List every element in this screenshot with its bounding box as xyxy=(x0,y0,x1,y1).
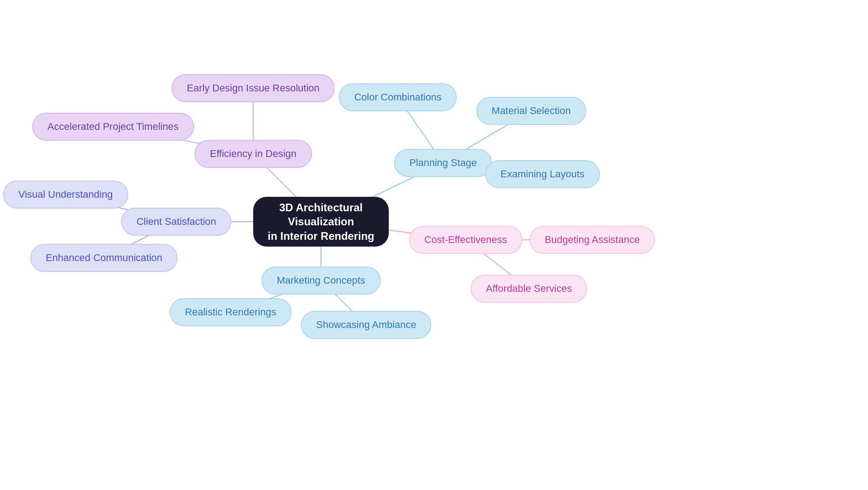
node-realistic[interactable]: Realistic Renderings xyxy=(170,298,292,326)
node-showcasing[interactable]: Showcasing Ambiance xyxy=(301,311,431,339)
node-marketing[interactable]: Marketing Concepts xyxy=(261,266,381,295)
node-early_design[interactable]: Early Design Issue Resolution xyxy=(171,74,335,102)
node-budgeting[interactable]: Budgeting Assistance xyxy=(529,226,655,254)
node-client_satisfaction[interactable]: Client Satisfaction xyxy=(121,208,231,236)
node-accelerated[interactable]: Accelerated Project Timelines xyxy=(32,113,194,141)
node-enhanced_comm[interactable]: Enhanced Communication xyxy=(30,244,178,272)
node-material_selection[interactable]: Material Selection xyxy=(476,97,586,125)
mind-map: 3D Architectural Visualizationin Interio… xyxy=(0,0,868,490)
node-cost_effectiveness[interactable]: Cost-Effectiveness xyxy=(409,226,522,254)
node-examining_layouts[interactable]: Examining Layouts xyxy=(485,160,600,188)
node-visual_understanding[interactable]: Visual Understanding xyxy=(3,181,128,209)
node-efficiency[interactable]: Efficiency in Design xyxy=(194,140,312,168)
node-planning[interactable]: Planning Stage xyxy=(394,149,492,177)
node-affordable[interactable]: Affordable Services xyxy=(471,275,587,303)
node-color_combinations[interactable]: Color Combinations xyxy=(339,83,457,111)
node-center[interactable]: 3D Architectural Visualizationin Interio… xyxy=(253,197,389,247)
